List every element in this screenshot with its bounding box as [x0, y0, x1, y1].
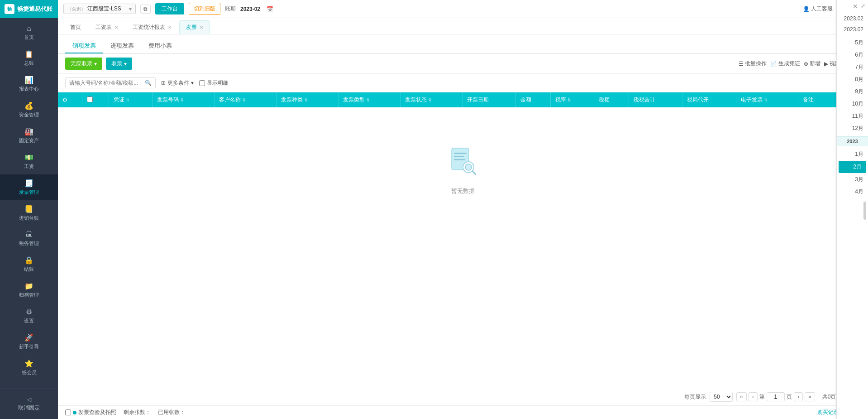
sort-icon-invoice_category[interactable]: ⇅: [366, 98, 370, 102]
current-page-input[interactable]: [767, 392, 785, 401]
period-label: 账期: [225, 5, 236, 13]
sidebar-item-invoice-mgmt[interactable]: 🧾 发票管理: [0, 174, 58, 200]
page-label-pre: 第: [759, 393, 765, 401]
date-2023-2[interactable]: 2月: [839, 161, 866, 173]
th-tax_code: 税局代开: [682, 92, 736, 107]
th-amount: 金额: [516, 92, 551, 107]
period-edit-icon[interactable]: 📅: [267, 6, 273, 12]
tab-close-payroll[interactable]: ✕: [114, 25, 118, 30]
show-detail-checkbox[interactable]: [199, 80, 205, 86]
sort-icon-invoice_type[interactable]: ⇅: [304, 98, 308, 102]
sort-icon-voucher[interactable]: ⇅: [126, 98, 129, 102]
new-btn[interactable]: ⊕ 新增: [804, 60, 820, 67]
purchase-record-link[interactable]: 购买记录: [817, 409, 839, 416]
search-icon[interactable]: 🔍: [145, 80, 152, 86]
workspace-button[interactable]: 工作台: [155, 3, 184, 14]
batch-ops-btn[interactable]: ☰ 批量操作: [739, 60, 767, 67]
take-invoice-btn[interactable]: 取票 ▾: [106, 58, 132, 70]
right-panel-close-btn[interactable]: ✕: [853, 3, 858, 10]
used-text: 已用张数：: [158, 409, 185, 415]
th-customer: 客户名称⇅: [214, 92, 276, 107]
used-label: 已用张数：: [158, 409, 185, 416]
sidebar-collapse[interactable]: ◁ 取消固定: [5, 394, 53, 414]
sort-icon-invoice_status[interactable]: ⇅: [428, 98, 432, 102]
th-e_invoice: 电子发票⇅: [736, 92, 798, 107]
date-item-current-1[interactable]: 2023.02: [837, 13, 868, 24]
tab-close-invoice[interactable]: ✕: [200, 25, 203, 30]
scrollbar-thumb[interactable]: [863, 202, 866, 220]
sidebar-item-close-period[interactable]: 🔒 结账: [0, 251, 58, 277]
sort-icon-customer[interactable]: ⇅: [242, 98, 246, 102]
switch-version-button[interactable]: 切到旧版: [189, 3, 220, 15]
sidebar-item-fund[interactable]: 💰 资金管理: [0, 97, 58, 123]
sort-icon-tax_rate[interactable]: ⇅: [568, 98, 571, 102]
date-2023-3[interactable]: 3月: [837, 173, 868, 186]
new-icon: ⊕: [804, 61, 808, 67]
sidebar-item-general-ledger[interactable]: 📋 总账: [0, 45, 58, 71]
right-panel-expand-btn[interactable]: ⤢: [861, 3, 865, 10]
sidebar-item-member[interactable]: ⭐ 畅会员: [0, 355, 58, 380]
more-conditions-label: 更多条件: [167, 79, 189, 87]
sidebar-nav: ⌂ 首页 📋 总账 📊 报表中心 💰 资金管理 🏭 固定资产 💵 工资 🧾 发票…: [0, 18, 58, 389]
date-item-8[interactable]: 8月: [837, 73, 868, 86]
date-item-9[interactable]: 9月: [837, 86, 868, 98]
tab-home[interactable]: 首页: [63, 20, 88, 34]
sidebar-item-sales-ledger[interactable]: 📒 进销台账: [0, 200, 58, 226]
reports-icon: 📊: [24, 76, 33, 84]
invoice-check: 发票查验及拍照: [65, 409, 116, 416]
next-page-btn[interactable]: ›: [794, 392, 803, 401]
sidebar-item-settings[interactable]: ⚙ 设置: [0, 303, 58, 329]
sidebar-item-fixed-assets[interactable]: 🏭 固定资产: [0, 123, 58, 149]
date-item-current-2[interactable]: 2023.02: [837, 24, 868, 35]
sidebar-item-archive[interactable]: 📁 归档管理: [0, 277, 58, 303]
empty-state: 暂无数据: [58, 107, 868, 231]
sub-tab-sales[interactable]: 销项发票: [65, 39, 103, 53]
date-item-12[interactable]: 12月: [837, 122, 868, 135]
sidebar-item-tax-mgmt[interactable]: 🏛 税务管理: [0, 226, 58, 251]
member-label: 畅会员: [22, 369, 37, 376]
sidebar-item-payroll[interactable]: 💵 工资: [0, 149, 58, 174]
sidebar-item-guide[interactable]: 🚀 新手引导: [0, 329, 58, 355]
sort-icon-e_invoice[interactable]: ⇅: [764, 98, 768, 102]
tab-invoice[interactable]: 发票✕: [179, 20, 210, 34]
search-input[interactable]: [69, 80, 143, 86]
date-item-7[interactable]: 7月: [837, 61, 868, 73]
invoice-mgmt-icon: 🧾: [24, 179, 33, 188]
gen-voucher-btn[interactable]: 📄 生成凭证: [770, 60, 800, 67]
tab-payroll-stat[interactable]: 工资统计报表✕: [126, 20, 178, 34]
sub-tab-purchase[interactable]: 进项发票: [103, 39, 141, 53]
copy-button[interactable]: ⧉: [140, 5, 151, 14]
date-2023-1[interactable]: 1月: [837, 148, 868, 160]
select-all-checkbox[interactable]: [87, 96, 93, 102]
tab-close-payroll-stat[interactable]: ✕: [168, 25, 172, 30]
date-2023-4[interactable]: 4月: [837, 186, 868, 198]
per-page-select[interactable]: 50 100 200: [710, 392, 733, 402]
no-cancel-btn[interactable]: 无应取票 ▾: [65, 58, 102, 70]
prev-page-btn[interactable]: ‹: [749, 392, 758, 401]
sort-icon-invoice_no[interactable]: ⇅: [180, 98, 184, 102]
settings-icon: ⚙: [26, 308, 32, 316]
show-detail-text: 显示明细: [207, 79, 229, 87]
th-check[interactable]: [82, 92, 109, 107]
date-item-5[interactable]: 5月: [837, 37, 868, 49]
home-label: 首页: [24, 34, 34, 41]
page-nav: « ‹ 第 页 › »: [736, 392, 815, 401]
tab-label-payroll-stat: 工资统计报表: [133, 24, 165, 31]
date-item-11[interactable]: 11月: [837, 110, 868, 122]
company-selector[interactable]: （勿删） 江西股宝-LSS ▾: [63, 4, 136, 14]
check-checkbox[interactable]: [65, 409, 71, 415]
date-item-6[interactable]: 6月: [837, 49, 868, 61]
sub-tab-expense[interactable]: 费用小票: [141, 39, 179, 53]
sidebar-item-reports[interactable]: 📊 报表中心: [0, 71, 58, 97]
date-item-10[interactable]: 10月: [837, 98, 868, 110]
first-page-btn[interactable]: «: [736, 392, 747, 401]
svg-point-5: [465, 164, 472, 170]
more-conditions-btn[interactable]: ⊞ 更多条件 ▾: [161, 79, 194, 87]
empty-text: 暂无数据: [451, 187, 475, 195]
last-page-btn[interactable]: »: [805, 392, 815, 401]
tab-payroll[interactable]: 工资表✕: [89, 20, 125, 34]
show-detail-label[interactable]: 显示明细: [199, 79, 229, 87]
gen-voucher-label: 生成凭证: [778, 60, 800, 67]
sidebar-item-home[interactable]: ⌂ 首页: [0, 20, 58, 45]
customer-service[interactable]: 👤 人工客服: [803, 5, 833, 13]
